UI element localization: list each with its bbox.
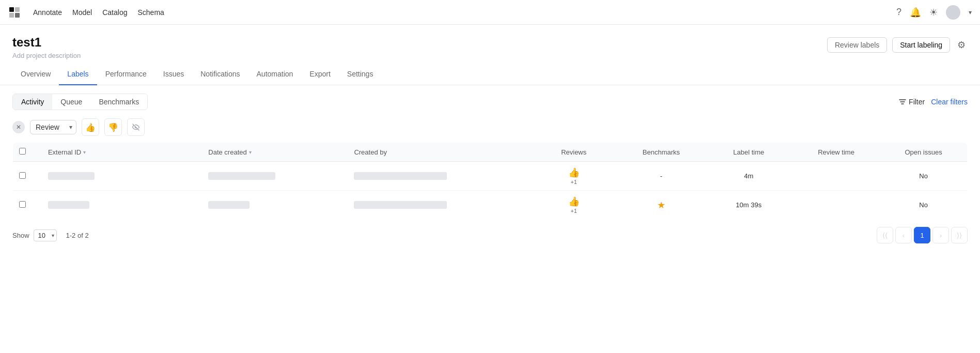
row1-label-time: 4m bbox=[705, 162, 792, 191]
data-table-container: External ID ▾ Date created ▾ Created by … bbox=[0, 142, 980, 220]
th-created-by: Created by bbox=[348, 143, 530, 162]
row2-benchmarks: ★ bbox=[617, 191, 705, 220]
row2-date-created bbox=[202, 191, 348, 220]
row1-open-issues: No bbox=[880, 162, 967, 191]
row1-checkbox-cell bbox=[13, 162, 42, 191]
filter-button[interactable]: Filter bbox=[898, 98, 925, 106]
row1-benchmarks: - bbox=[617, 162, 705, 191]
user-dropdown-arrow[interactable]: ▾ bbox=[969, 9, 972, 16]
logo[interactable] bbox=[8, 6, 21, 19]
th-open-issues: Open issues bbox=[880, 143, 967, 162]
project-settings-gear-icon[interactable]: ⚙ bbox=[955, 37, 968, 53]
nav-links: Annotate Model Catalog Schema bbox=[33, 8, 164, 17]
header-actions: Review labels Start labeling ⚙ bbox=[827, 37, 968, 53]
subtabs-right: Filter Clear filters bbox=[898, 98, 968, 106]
th-reviews: Reviews bbox=[530, 143, 617, 162]
nav-model[interactable]: Model bbox=[72, 8, 92, 17]
page-size-select[interactable]: 10 25 50 bbox=[34, 229, 57, 241]
subtab-activity[interactable]: Activity bbox=[13, 94, 52, 110]
date-sort-icon: ▾ bbox=[249, 149, 252, 155]
nav-annotate[interactable]: Annotate bbox=[33, 8, 62, 17]
tab-issues[interactable]: Issues bbox=[155, 64, 192, 85]
row1-review-count: +1 bbox=[570, 179, 577, 185]
row1-external-id[interactable] bbox=[42, 162, 202, 191]
tab-automation[interactable]: Automation bbox=[248, 64, 302, 85]
thumbs-up-filter-button[interactable]: 👍 bbox=[82, 118, 99, 136]
help-icon[interactable]: ? bbox=[896, 7, 901, 18]
th-review-time: Review time bbox=[792, 143, 880, 162]
row2-open-issues: No bbox=[880, 191, 967, 220]
last-page-button[interactable]: ⟩⟩ bbox=[951, 227, 968, 243]
row2-label-time: 10m 39s bbox=[705, 191, 792, 220]
row1-date-created bbox=[202, 162, 348, 191]
star-icon: ★ bbox=[657, 200, 665, 210]
theme-icon[interactable]: ☀ bbox=[929, 7, 938, 18]
thumbs-up-icon: 👍 bbox=[568, 167, 580, 178]
pagination-bar: Show 10 25 50 ▾ 1-2 of 2 ⟨⟨ ‹ 1 › ⟩⟩ bbox=[0, 220, 980, 251]
show-label: Show bbox=[12, 232, 29, 239]
prev-page-button[interactable]: ‹ bbox=[895, 227, 912, 243]
select-all-checkbox[interactable] bbox=[19, 148, 26, 155]
nav-schema[interactable]: Schema bbox=[137, 8, 164, 17]
pagination-left: Show 10 25 50 ▾ 1-2 of 2 bbox=[12, 229, 89, 241]
top-navigation: Annotate Model Catalog Schema ? 🔔 ☀ ▾ bbox=[0, 0, 980, 25]
next-page-button[interactable]: › bbox=[932, 227, 949, 243]
filter-type-select[interactable]: Review bbox=[30, 120, 76, 134]
filter-icon bbox=[898, 98, 907, 106]
eye-off-icon bbox=[132, 123, 140, 131]
svg-rect-0 bbox=[9, 7, 14, 12]
row1-created-by bbox=[348, 162, 530, 191]
clear-filters-button[interactable]: Clear filters bbox=[931, 98, 968, 106]
filter-select-wrapper: Review ▾ bbox=[30, 120, 76, 134]
row1-review-time bbox=[792, 162, 880, 191]
page-header: test1 Add project description Review lab… bbox=[0, 25, 980, 59]
page-size-wrapper: 10 25 50 ▾ bbox=[34, 229, 57, 241]
table-row: 👍 +1 - 4m No bbox=[13, 162, 968, 191]
filter-close-button[interactable]: ✕ bbox=[12, 121, 25, 133]
subtabs-bar: Activity Queue Benchmarks Filter Clear f… bbox=[0, 85, 980, 118]
row2-review-time bbox=[792, 191, 880, 220]
nav-catalog[interactable]: Catalog bbox=[102, 8, 127, 17]
row2-review-count: +1 bbox=[570, 208, 577, 214]
review-labels-button[interactable]: Review labels bbox=[827, 37, 887, 53]
row2-checkbox[interactable] bbox=[19, 201, 26, 208]
th-date-created[interactable]: Date created ▾ bbox=[202, 143, 348, 162]
row1-reviews: 👍 +1 bbox=[530, 162, 617, 191]
row2-external-id[interactable] bbox=[42, 191, 202, 220]
subtab-benchmarks[interactable]: Benchmarks bbox=[90, 94, 147, 110]
tab-labels[interactable]: Labels bbox=[59, 64, 97, 85]
data-table: External ID ▾ Date created ▾ Created by … bbox=[12, 142, 968, 220]
th-external-id[interactable]: External ID ▾ bbox=[42, 143, 202, 162]
subtabs: Activity Queue Benchmarks bbox=[12, 94, 148, 110]
start-labeling-button[interactable]: Start labeling bbox=[892, 37, 950, 53]
avatar[interactable] bbox=[946, 5, 960, 20]
tab-notifications[interactable]: Notifications bbox=[192, 64, 248, 85]
tab-export[interactable]: Export bbox=[301, 64, 338, 85]
svg-rect-2 bbox=[9, 13, 14, 18]
tab-overview[interactable]: Overview bbox=[12, 64, 59, 85]
svg-rect-3 bbox=[15, 13, 20, 18]
pagination-info: 1-2 of 2 bbox=[66, 232, 89, 239]
thumbs-up-icon: 👍 bbox=[568, 196, 580, 207]
subtab-queue[interactable]: Queue bbox=[52, 94, 90, 110]
page-subtitle[interactable]: Add project description bbox=[12, 52, 81, 59]
row2-created-by bbox=[348, 191, 530, 220]
main-tabs: Overview Labels Performance Issues Notif… bbox=[0, 64, 980, 85]
th-checkbox bbox=[13, 143, 42, 162]
th-label-time: Label time bbox=[705, 143, 792, 162]
table-row: 👍 +1 ★ 10m 39s No bbox=[13, 191, 968, 220]
filter-row: ✕ Review ▾ 👍 👎 bbox=[0, 118, 980, 142]
first-page-button[interactable]: ⟨⟨ bbox=[877, 227, 893, 243]
notifications-icon[interactable]: 🔔 bbox=[910, 7, 921, 18]
tab-settings[interactable]: Settings bbox=[339, 64, 382, 85]
external-id-sort-icon: ▾ bbox=[83, 149, 86, 155]
nav-right-actions: ? 🔔 ☀ ▾ bbox=[896, 5, 972, 20]
thumbs-down-filter-button[interactable]: 👎 bbox=[104, 118, 122, 136]
row2-reviews: 👍 +1 bbox=[530, 191, 617, 220]
page-1-button[interactable]: 1 bbox=[914, 227, 930, 243]
tab-performance[interactable]: Performance bbox=[97, 64, 155, 85]
row1-checkbox[interactable] bbox=[19, 172, 26, 179]
svg-rect-1 bbox=[15, 7, 20, 12]
page-title: test1 bbox=[12, 35, 81, 50]
hidden-filter-button[interactable] bbox=[127, 118, 145, 136]
